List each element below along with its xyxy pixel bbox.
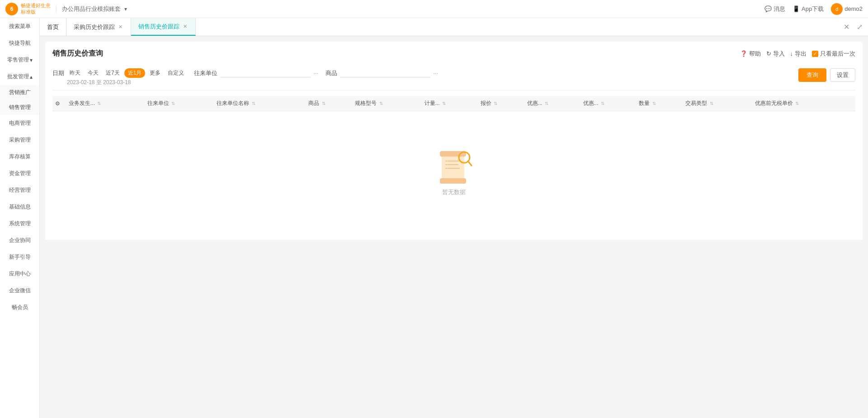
sidebar-item-purchase-mgmt[interactable]: 采购管理 (0, 132, 39, 148)
tabbar: 首页 采购历史价跟踪 ✕ 销售历史价跟踪 ✕ ✕ ⤢ (40, 18, 868, 36)
tab-purchase-label: 采购历史价跟踪 (74, 23, 115, 31)
sidebar-item-system[interactable]: 系统管理 (0, 215, 39, 232)
sort-icon-spec: ⇅ (379, 101, 383, 106)
message-icon: 💬 (764, 5, 772, 12)
app-download-button[interactable]: 📱 App下载 (793, 5, 824, 13)
only-last-checkbox[interactable]: ✓ (812, 51, 818, 57)
goods-input[interactable] (340, 68, 430, 77)
import-button[interactable]: ↻ 导入 (766, 50, 785, 58)
empty-state: 暂无数据 (52, 111, 855, 233)
th-goods[interactable]: 商品 ⇅ (306, 96, 352, 111)
tab-purchase[interactable]: 采购历史价跟踪 ✕ (66, 18, 131, 36)
content-area: 首页 采购历史价跟踪 ✕ 销售历史价跟踪 ✕ ✕ ⤢ 销售历史价查询 (40, 18, 868, 418)
counterpart-filter-group: 往来单位 ··· (194, 68, 318, 77)
sort-icon-discount2: ⇅ (601, 101, 604, 106)
message-button[interactable]: 💬 消息 (764, 5, 785, 13)
th-quantity[interactable]: 数量 ⇅ (636, 96, 683, 111)
th-trade-type[interactable]: 交易类型 ⇅ (683, 96, 752, 111)
tabbar-actions: ✕ ⤢ (842, 18, 868, 36)
topbar: 6 畅捷通好生意 标准版 办公用品行业模拟账套 ▾ 💬 消息 📱 App下载 d… (0, 0, 868, 18)
tab-sales-close[interactable]: ✕ (182, 24, 188, 29)
svg-rect-0 (442, 153, 464, 182)
close-window-button[interactable]: ✕ (842, 22, 851, 32)
sidebar-item-enterprise[interactable]: 企业协同 (0, 232, 39, 249)
query-button[interactable]: 查询 (798, 68, 826, 82)
sidebar-item-wholesale[interactable]: 批发管理 ▴ (0, 68, 39, 85)
only-last-once-toggle[interactable]: ✓ 只看最后一次 (812, 50, 855, 58)
sort-icon-goods: ⇅ (322, 101, 326, 106)
sidebar-item-retail[interactable]: 零售管理 ▾ (0, 52, 39, 68)
th-pretax-price[interactable]: 优惠前无税单价 ⇅ (752, 96, 855, 111)
empty-illustration (434, 147, 474, 188)
page-title-actions: ❓ 帮助 ↻ 导入 ↓ 导出 ✓ 只看最后一次 (740, 50, 856, 58)
sidebar-item-sales-mgmt[interactable]: 销售管理 (0, 100, 39, 115)
th-counterpart-name[interactable]: 往来单位名称 ⇅ (214, 96, 306, 111)
sidebar-item-vip[interactable]: 畅会员 (0, 299, 39, 316)
date-btn-custom[interactable]: 自定义 (165, 68, 187, 78)
date-filter-group: 日期 昨天 今天 近7天 近1月 更多 自定义 2023-02-18 至 202… (52, 68, 187, 86)
counterpart-input-group: ··· (220, 68, 318, 77)
sidebar-item-app-center[interactable]: 应用中心 (0, 266, 39, 282)
sidebar-item-inventory[interactable]: 库存核算 (0, 148, 39, 165)
date-buttons: 昨天 今天 近7天 近1月 更多 自定义 (67, 68, 187, 78)
sidebar-item-operations[interactable]: 经营管理 (0, 182, 39, 199)
th-biz-date[interactable]: 业务发生... ⇅ (66, 96, 145, 111)
table-wrapper: ⚙ 业务发生... ⇅ 往来单位 ⇅ 往来单位名称 ⇅ 商品 ⇅ 规格型号 ⇅ … (52, 96, 855, 111)
sort-icon-counterpart-name: ⇅ (252, 101, 255, 106)
th-counterpart-code[interactable]: 往来单位 ⇅ (145, 96, 214, 111)
tab-purchase-close[interactable]: ✕ (118, 24, 123, 30)
goods-input-group: ··· (340, 68, 438, 77)
phone-icon: 📱 (793, 5, 800, 12)
sidebar-item-basic-info[interactable]: 基础信息 (0, 199, 39, 215)
setting-button[interactable]: 设置 (830, 68, 855, 82)
th-quote[interactable]: 报价 ⇅ (478, 96, 524, 111)
goods-filter-label: 商品 (326, 69, 337, 77)
tab-home[interactable]: 首页 (40, 18, 66, 36)
help-icon: ❓ (740, 50, 747, 57)
th-unit[interactable]: 计量... ⇅ (422, 96, 478, 111)
sidebar-item-marketing[interactable]: 营销推广 (0, 85, 39, 100)
sidebar-item-newbie[interactable]: 新手引导 (0, 249, 39, 266)
export-icon: ↓ (790, 50, 793, 57)
sidebar-item-wechat[interactable]: 企业微信 (0, 282, 39, 299)
maximize-button[interactable]: ⤢ (855, 22, 864, 32)
tab-sales[interactable]: 销售历史价跟踪 ✕ (131, 18, 196, 36)
sidebar-item-search-menu[interactable]: 搜索菜单 (0, 18, 39, 35)
data-table: ⚙ 业务发生... ⇅ 往来单位 ⇅ 往来单位名称 ⇅ 商品 ⇅ 规格型号 ⇅ … (52, 96, 855, 111)
date-btn-1month[interactable]: 近1月 (124, 68, 146, 78)
help-button[interactable]: ❓ 帮助 (740, 50, 761, 58)
empty-svg (434, 147, 474, 188)
date-range-display: 2023-02-18 至 2023-03-18 (67, 79, 187, 86)
date-filter-label: 日期 (52, 69, 64, 77)
th-spec[interactable]: 规格型号 ⇅ (352, 96, 421, 111)
sidebar-item-finance[interactable]: 资金管理 (0, 165, 39, 182)
sidebar-item-quick-nav[interactable]: 快捷导航 (0, 35, 39, 52)
date-btn-today[interactable]: 今天 (85, 68, 101, 78)
sort-icon-pretax-price: ⇅ (795, 101, 799, 106)
th-discount1[interactable]: 优惠... ⇅ (524, 96, 580, 111)
logo-area: 6 畅捷通好生意 标准版 (5, 3, 51, 15)
page-card: 销售历史价查询 ❓ 帮助 ↻ 导入 ↓ 导出 (45, 42, 863, 240)
sidebar-item-ecommerce[interactable]: 电商管理 (0, 115, 39, 132)
counterpart-search-icon[interactable]: ··· (313, 70, 318, 76)
main-layout: 搜索菜单 快捷导航 零售管理 ▾ 批发管理 ▴ 营销推广 销售管理 电商管理 采… (0, 18, 868, 418)
counterpart-filter-label: 往来单位 (194, 69, 217, 77)
counterpart-input[interactable] (220, 68, 311, 77)
chevron-down-icon: ▾ (30, 57, 33, 63)
th-discount2[interactable]: 优惠... ⇅ (580, 96, 637, 111)
page-title: 销售历史价查询 (52, 49, 103, 58)
logo-text: 畅捷通好生意 标准版 (21, 3, 51, 14)
goods-filter-group: 商品 ··· (326, 68, 438, 77)
date-btn-more[interactable]: 更多 (147, 68, 163, 78)
sort-icon-trade-type: ⇅ (710, 101, 713, 106)
export-button[interactable]: ↓ 导出 (790, 50, 807, 58)
user-avatar-area[interactable]: d demo2 (831, 3, 863, 15)
date-btn-yesterday[interactable]: 昨天 (67, 68, 83, 78)
filter-bar: 日期 昨天 今天 近7天 近1月 更多 自定义 2023-02-18 至 202… (52, 65, 855, 90)
sort-icon-quote: ⇅ (494, 101, 497, 106)
date-btn-7days[interactable]: 近7天 (103, 68, 123, 78)
topbar-left: 6 畅捷通好生意 标准版 办公用品行业模拟账套 ▾ (5, 3, 127, 15)
th-settings[interactable]: ⚙ (52, 96, 66, 111)
goods-search-icon[interactable]: ··· (433, 70, 438, 76)
topbar-dropdown[interactable]: ▾ (124, 6, 127, 12)
